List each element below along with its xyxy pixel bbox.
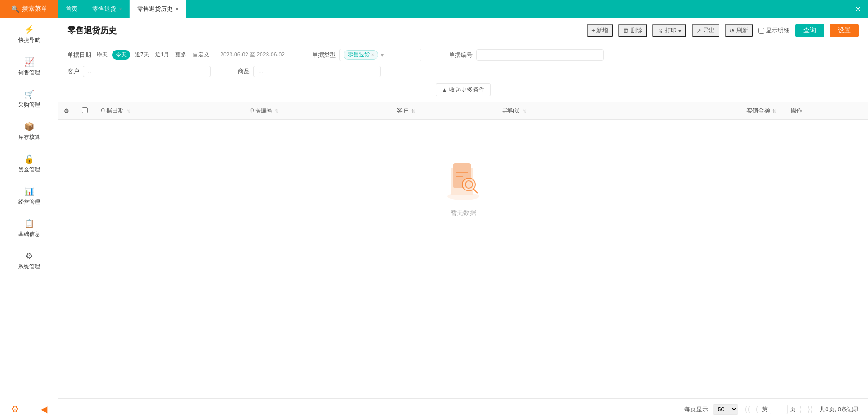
search-menu-btn[interactable]: 🔍 搜索菜单 bbox=[0, 0, 58, 18]
svg-line-8 bbox=[473, 189, 477, 193]
select-all-checkbox[interactable] bbox=[82, 107, 88, 113]
collapse-icon: ▲ bbox=[442, 87, 447, 93]
sys-mgmt-icon: ⚙ bbox=[26, 251, 33, 261]
print-label: 打印 bbox=[665, 26, 677, 35]
sort-doc-no-icon: ⇅ bbox=[275, 108, 278, 113]
sidebar-item-purchase-mgmt[interactable]: 🛒 采购管理 bbox=[0, 83, 58, 115]
page-title: 零售退货历史 bbox=[67, 25, 117, 36]
table-header: ⚙ 单据日期 ⇅ 单据编号 ⇅ bbox=[58, 102, 868, 120]
doc-type-tag-close[interactable]: × bbox=[371, 52, 374, 57]
date-options: 昨天 今天 近7天 近1月 更多 自定义 bbox=[95, 50, 211, 60]
tab-home[interactable]: 首页 bbox=[58, 0, 85, 18]
th-doc-no[interactable]: 单据编号 ⇅ bbox=[243, 102, 392, 120]
th-doc-date[interactable]: 单据日期 ⇅ bbox=[95, 102, 243, 120]
sidebar-item-label-capital: 资金管理 bbox=[18, 166, 40, 174]
date-opt-yesterday[interactable]: 昨天 bbox=[95, 50, 109, 60]
th-customer[interactable]: 客户 ⇅ bbox=[391, 102, 497, 120]
sidebar-item-sys-mgmt[interactable]: ⚙ 系统管理 bbox=[0, 245, 58, 277]
th-checkbox[interactable] bbox=[77, 102, 95, 120]
query-button[interactable]: 查询 bbox=[795, 24, 824, 37]
ops-mgmt-icon: 📊 bbox=[24, 186, 34, 196]
sort-amount-icon: ⇅ bbox=[772, 108, 776, 113]
page-prev-btn[interactable]: ⟨ bbox=[754, 405, 760, 414]
sidebar: ⚡ 快捷导航 📈 销售管理 🛒 采购管理 📦 库存核算 🔒 资金管理 📊 经营管… bbox=[0, 18, 58, 420]
sidebar-item-label-sales: 销售管理 bbox=[18, 69, 40, 77]
total-info: 共0页, 0条记录 bbox=[819, 405, 859, 414]
sidebar-settings-icon[interactable]: ⚙ bbox=[11, 404, 19, 415]
tab-retail-return-label: 零售退货 bbox=[92, 5, 116, 13]
tab-retail-return-close[interactable]: × bbox=[119, 6, 122, 12]
sidebar-item-capital-mgmt[interactable]: 🔒 资金管理 bbox=[0, 148, 58, 180]
display-switch[interactable]: 显示明细 bbox=[758, 26, 790, 35]
date-opt-7days[interactable]: 近7天 bbox=[133, 50, 151, 60]
sidebar-item-sales-mgmt[interactable]: 📈 销售管理 bbox=[0, 51, 58, 83]
page-first-btn[interactable]: ⟨⟨ bbox=[743, 405, 752, 414]
capital-mgmt-icon: 🔒 bbox=[24, 154, 34, 164]
doc-type-tag-value: 零售退货 bbox=[348, 51, 370, 59]
top-bar: 🔍 搜索菜单 首页 零售退货 × 零售退货历史 × × bbox=[0, 0, 868, 18]
date-opt-custom[interactable]: 自定义 bbox=[191, 50, 211, 60]
sidebar-item-quick-nav[interactable]: ⚡ 快捷导航 bbox=[0, 18, 58, 51]
doc-no-input[interactable] bbox=[476, 49, 604, 61]
sidebar-item-label-ops: 经营管理 bbox=[18, 198, 40, 206]
customer-input[interactable]: ... bbox=[83, 66, 211, 77]
page-suffix: 页 bbox=[790, 405, 796, 414]
customer-filter: 客户 ... bbox=[67, 66, 211, 77]
th-guide[interactable]: 导购员 ⇅ bbox=[497, 102, 623, 120]
doc-no-label: 单据编号 bbox=[449, 51, 473, 59]
collapse-filter-btn[interactable]: ▲ 收起更多条件 bbox=[436, 83, 491, 96]
display-switch-checkbox[interactable] bbox=[758, 28, 764, 34]
add-button[interactable]: + 新增 bbox=[587, 24, 613, 37]
sidebar-item-inventory[interactable]: 📦 库存核算 bbox=[0, 115, 58, 148]
date-opt-more[interactable]: 更多 bbox=[174, 50, 188, 60]
tab-retail-return-history-close[interactable]: × bbox=[175, 6, 179, 12]
per-page-select[interactable]: 10 20 50 100 bbox=[713, 404, 738, 415]
export-button[interactable]: ↗ 导出 bbox=[692, 24, 719, 37]
filter-row-1: 单据日期 昨天 今天 近7天 近1月 更多 自定义 2023-06-02 至 2… bbox=[67, 49, 859, 61]
settings-icon[interactable]: ⚙ bbox=[64, 108, 69, 114]
print-chevron-icon: ▾ bbox=[678, 27, 682, 34]
doc-type-tag: 零售退货 × bbox=[344, 50, 378, 60]
window-close-btn[interactable]: × bbox=[855, 4, 861, 14]
th-amount[interactable]: 实销金额 ⇅ bbox=[624, 102, 786, 120]
basic-info-icon: 📋 bbox=[24, 219, 34, 229]
sidebar-item-label-purchase: 采购管理 bbox=[18, 101, 40, 109]
doc-type-chevron-icon: ▾ bbox=[381, 52, 384, 58]
display-switch-label: 显示明细 bbox=[766, 26, 790, 35]
filter-row-2: 客户 ... 商品 ... bbox=[67, 66, 859, 77]
set-button[interactable]: 设置 bbox=[830, 24, 859, 37]
refresh-icon: ↺ bbox=[729, 27, 734, 34]
print-button[interactable]: 🖨 打印 ▾ bbox=[652, 24, 686, 37]
date-opt-today[interactable]: 今天 bbox=[112, 50, 130, 60]
page-last-btn[interactable]: ⟩⟩ bbox=[806, 405, 815, 414]
th-action-label: 操作 bbox=[791, 107, 802, 114]
doc-type-label: 单据类型 bbox=[312, 51, 336, 59]
refresh-button[interactable]: ↺ 刷新 bbox=[725, 24, 753, 37]
sales-mgmt-icon: 📈 bbox=[24, 57, 34, 67]
date-filter-label: 单据日期 bbox=[67, 51, 91, 59]
th-settings[interactable]: ⚙ bbox=[58, 102, 77, 120]
purchase-mgmt-icon: 🛒 bbox=[24, 89, 34, 99]
sidebar-item-basic-info[interactable]: 📋 基础信息 bbox=[0, 212, 58, 245]
page-next-btn[interactable]: ⟩ bbox=[797, 405, 804, 414]
tab-retail-return-history[interactable]: 零售退货历史 × bbox=[130, 0, 186, 18]
sort-customer-icon: ⇅ bbox=[411, 108, 415, 113]
empty-state-icon bbox=[441, 156, 486, 202]
goods-filter: 商品 ... bbox=[238, 66, 381, 77]
sidebar-item-ops-mgmt[interactable]: 📊 经营管理 bbox=[0, 180, 58, 212]
search-icon: 🔍 bbox=[11, 5, 19, 13]
quick-nav-icon: ⚡ bbox=[24, 25, 34, 35]
goods-input[interactable]: ... bbox=[253, 66, 381, 77]
sidebar-collapse-icon[interactable]: ◀ bbox=[41, 404, 47, 415]
date-opt-1month[interactable]: 近1月 bbox=[154, 50, 171, 60]
th-doc-no-label: 单据编号 bbox=[249, 107, 272, 114]
page-header: 零售退货历史 + 新增 🗑 删除 🖨 打印 ▾ ↗ 导出 ↺ 刷新 bbox=[58, 18, 868, 43]
search-menu-label: 搜索菜单 bbox=[22, 5, 47, 13]
delete-button[interactable]: 🗑 删除 bbox=[618, 24, 647, 37]
doc-type-input[interactable]: 零售退货 × ▾ bbox=[339, 49, 421, 61]
tab-retail-return[interactable]: 零售退货 × bbox=[85, 0, 130, 18]
sidebar-bottom: ⚙ ◀ bbox=[0, 398, 58, 420]
sidebar-item-label-basic: 基础信息 bbox=[18, 230, 40, 238]
main-layout: ⚡ 快捷导航 📈 销售管理 🛒 采购管理 📦 库存核算 🔒 资金管理 📊 经营管… bbox=[0, 18, 868, 420]
page-input[interactable]: 1 bbox=[770, 405, 788, 414]
